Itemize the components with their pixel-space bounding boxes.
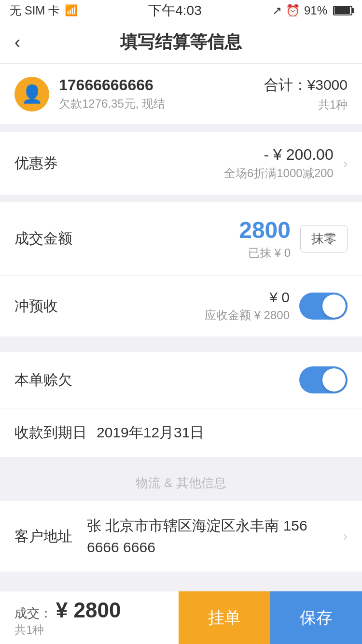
hold-button[interactable]: 挂单 bbox=[179, 591, 270, 644]
prepay-value: ¥ 0 bbox=[205, 289, 290, 306]
summary-amount: ¥ 2800 bbox=[56, 598, 121, 622]
logistics-line-right bbox=[251, 483, 348, 483]
duedate-value: 2019年12月31日 bbox=[97, 423, 204, 443]
debt-toggle[interactable] bbox=[299, 366, 348, 393]
prepay-right: ¥ 0 应收金额 ¥ 2800 bbox=[205, 289, 348, 323]
user-sub-text: 欠款1276.35元, 现结 bbox=[59, 96, 165, 112]
amount-row: 成交金额 2800 已抹 ¥ 0 抹零 bbox=[0, 202, 362, 275]
logistics-divider: 物流 & 其他信息 bbox=[0, 465, 362, 501]
prepay-value-wrap: ¥ 0 应收金额 ¥ 2800 bbox=[205, 289, 290, 323]
duedate-label: 收款到期日 bbox=[14, 423, 87, 443]
coupon-label: 优惠券 bbox=[14, 154, 58, 173]
avatar: 👤 bbox=[14, 77, 49, 112]
amount-label: 成交金额 bbox=[14, 229, 72, 249]
summary-count: 共1种 bbox=[14, 622, 164, 638]
amount-value-wrap: 2800 已抹 ¥ 0 bbox=[239, 217, 291, 261]
debt-row: 本单赊欠 bbox=[0, 352, 362, 408]
prepay-label: 冲预收 bbox=[14, 296, 58, 316]
content: 👤 17666666666 欠款1276.35元, 现结 合计：¥3000 共1… bbox=[0, 64, 362, 644]
total-amount: 合计：¥3000 bbox=[264, 75, 348, 95]
coupon-desc: 全场6折满1000减200 bbox=[224, 166, 334, 181]
amount-section: 成交金额 2800 已抹 ¥ 0 抹零 冲预收 ¥ 0 应收金额 ¥ 2800 bbox=[0, 202, 362, 336]
user-info-row: 👤 17666666666 欠款1276.35元, 现结 合计：¥3000 共1… bbox=[0, 64, 362, 124]
alarm-icon: ⏰ bbox=[286, 4, 300, 17]
bottom-summary-label-row: 成交： ¥ 2800 bbox=[14, 598, 164, 622]
total-count: 共1种 bbox=[264, 97, 348, 112]
user-info: 17666666666 欠款1276.35元, 现结 bbox=[59, 76, 165, 112]
coupon-content: - ¥ 200.00 全场6折满1000减200 bbox=[224, 146, 334, 181]
amount-right: 2800 已抹 ¥ 0 抹零 bbox=[239, 217, 348, 261]
save-button[interactable]: 保存 bbox=[270, 591, 362, 644]
back-button[interactable]: ‹ bbox=[14, 32, 43, 53]
debt-label: 本单赊欠 bbox=[14, 370, 72, 390]
status-right: ↗ ⏰ 91% bbox=[272, 4, 352, 17]
avatar-icon: 👤 bbox=[21, 84, 43, 104]
page-title: 填写结算等信息 bbox=[43, 30, 319, 54]
coupon-discount: - ¥ 200.00 bbox=[224, 146, 334, 164]
duedate-row: 收款到期日 2019年12月31日 bbox=[0, 408, 362, 457]
address-value: 张 北京市市辖区海淀区永丰南 156 6666 6666 bbox=[87, 515, 338, 558]
address-label: 客户地址 bbox=[14, 527, 72, 546]
user-right: 合计：¥3000 共1种 bbox=[264, 75, 348, 112]
user-phone: 17666666666 bbox=[59, 76, 165, 94]
wifi-icon: 📶 bbox=[65, 4, 78, 17]
nav-bar: ‹ 填写结算等信息 bbox=[0, 21, 362, 64]
summary-label: 成交： bbox=[14, 606, 52, 620]
prepay-sub: 应收金额 ¥ 2800 bbox=[205, 308, 290, 323]
user-left: 👤 17666666666 欠款1276.35元, 现结 bbox=[14, 76, 165, 112]
status-left: 无 SIM 卡 📶 bbox=[10, 3, 78, 18]
location-icon: ↗ bbox=[272, 4, 282, 17]
bottom-summary: 成交： ¥ 2800 共1种 bbox=[0, 598, 179, 638]
address-row[interactable]: 客户地址 张 北京市市辖区海淀区永丰南 156 6666 6666 › bbox=[0, 501, 362, 572]
amount-sub: 已抹 ¥ 0 bbox=[248, 245, 291, 261]
status-bar: 无 SIM 卡 📶 下午4:03 ↗ ⏰ 91% bbox=[0, 0, 362, 21]
round-button[interactable]: 抹零 bbox=[300, 225, 348, 252]
section-divider-1 bbox=[0, 195, 362, 202]
logistics-text: 物流 & 其他信息 bbox=[136, 475, 226, 491]
prepay-row: 冲预收 ¥ 0 应收金额 ¥ 2800 bbox=[0, 275, 362, 336]
amount-value: 2800 bbox=[239, 217, 291, 243]
coupon-right: - ¥ 200.00 全场6折满1000减200 › bbox=[224, 146, 348, 181]
logistics-line-left bbox=[14, 483, 111, 483]
address-chevron-icon: › bbox=[343, 529, 348, 544]
carrier-text: 无 SIM 卡 bbox=[10, 3, 60, 18]
battery-percent: 91% bbox=[304, 4, 327, 17]
chevron-right-icon: › bbox=[343, 156, 348, 171]
prepay-toggle[interactable] bbox=[299, 293, 348, 320]
battery-icon bbox=[333, 6, 352, 15]
bottom-bar: 成交： ¥ 2800 共1种 挂单 保存 bbox=[0, 591, 362, 644]
status-time: 下午4:03 bbox=[148, 1, 202, 20]
coupon-row[interactable]: 优惠券 - ¥ 200.00 全场6折满1000减200 › bbox=[0, 132, 362, 195]
section-divider-2 bbox=[0, 336, 362, 344]
